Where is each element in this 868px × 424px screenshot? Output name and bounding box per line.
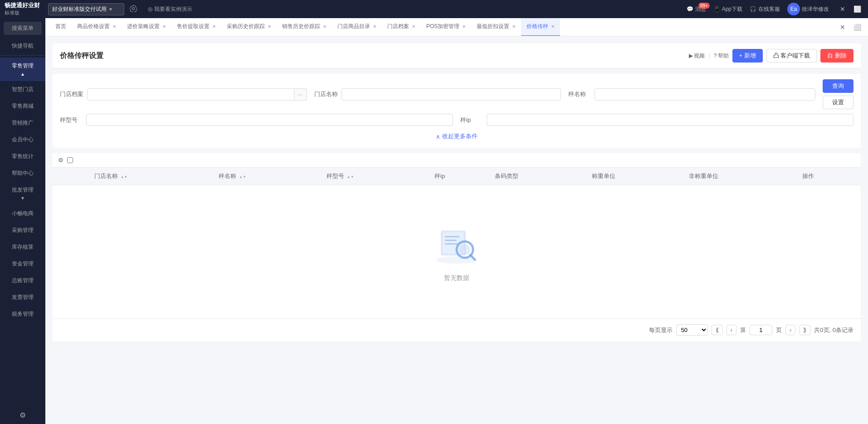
filter-scale-model: 秤型号 [60,114,453,126]
empty-icon [429,222,484,267]
sidebar-bottom: ⚙ [0,406,45,424]
tab-bar-expand-btn[interactable]: ⬜ [851,21,863,34]
tab-pos-management[interactable]: POS加密管理 ✕ [421,18,471,36]
scale-name-input[interactable] [595,88,815,101]
tab-commodity-price[interactable]: 商品价格设置 ✕ [72,18,122,36]
help-link[interactable]: ? 帮助 [714,52,729,60]
version-selector[interactable]: 好业财标准版交付试用 ▼ [48,3,124,15]
online-service-btn[interactable]: 🎧 在线客服 [750,5,780,13]
tab-store-archive[interactable]: 门店档案 ✕ [382,18,421,36]
next-page-btn[interactable]: › [785,325,795,335]
tab-purchase-history[interactable]: 采购历史价跟踪 ✕ [221,18,277,36]
th-scale-name[interactable]: 秤名称 ▲▼ [213,168,321,185]
th-non-weight-unit-label: 非称重单位 [689,173,718,179]
th-scale-name-label: 秤名称 [219,173,236,179]
tab-purchase-strategy[interactable]: 进价策略设置 ✕ [122,18,171,36]
last-page-btn[interactable]: ⟫ [799,325,810,335]
sidebar-item-help-center[interactable]: 帮助中心 [0,165,45,182]
user-area[interactable]: Ea 徐泽华修改 [787,3,829,15]
first-page-btn[interactable]: ⟪ [712,325,723,335]
tab-store-catalog-close[interactable]: ✕ [373,24,376,29]
prev-page-btn[interactable]: ‹ [727,325,736,335]
sidebar-item-wholesale[interactable]: 批发管理 ▼ [0,182,45,205]
tab-store-archive-close[interactable]: ✕ [412,24,415,29]
th-barcode-type-label: 条码类型 [495,173,518,179]
tab-home[interactable]: 首页 [50,18,72,36]
settings-gear-btn[interactable]: ⚙ [4,411,42,419]
sidebar-divider-1 [0,55,45,56]
tab-pos-management-close[interactable]: ✕ [462,24,466,29]
sort-arrows-scale-model: ▲▼ [347,175,354,179]
chevron-up-icon: ∧ [436,133,440,140]
tab-purchase-history-close[interactable]: ✕ [268,24,271,29]
main-area: 搜索菜单 快捷导航 零售管理 ▲ 智慧门店 零售商城 营销推广 会员中心 零售 [0,18,868,424]
th-store-name[interactable]: 门店名称 ▲▼ [89,168,213,185]
tab-selling-price[interactable]: 售价提取设置 ✕ [171,18,221,36]
sidebar-item-ecommerce[interactable]: 小畅电商 [0,205,45,222]
search-menu-btn[interactable]: 搜索菜单 [4,22,42,35]
collapse-filter-btn[interactable]: ∧ 收起更多条件 [60,130,853,142]
tab-min-discount-close[interactable]: ✕ [512,24,516,29]
sidebar-item-marketing[interactable]: 营销推广 [0,115,45,131]
store-archive-input-group: ··· [87,88,307,101]
add-btn[interactable]: + 新增 [732,49,763,63]
settings-filter-btn[interactable]: 设置 [823,96,853,109]
sidebar-item-purchase[interactable]: 采购管理 [0,222,45,239]
tab-sales-history-close[interactable]: ✕ [323,24,327,29]
th-scale-ip-label: 秤ip [434,173,445,179]
scale-ip-input[interactable] [487,114,853,126]
sidebar-item-smart-store[interactable]: 智慧门店 [0,81,45,98]
table-settings-icon[interactable]: ⚙ [58,157,63,164]
filter-store-archive: 门店档案 ··· [60,88,307,101]
sidebar-item-retail-mall[interactable]: 零售商城 [0,98,45,115]
video-link[interactable]: ▶ 视频 [689,52,705,60]
per-page-label: 每页显示 [649,326,673,334]
scale-model-label: 秤型号 [60,116,83,124]
sidebar-item-finance-label: 资金管理 [12,260,34,268]
quick-nav-btn[interactable]: 快捷导航 [0,39,45,53]
close-window-btn[interactable]: ✕ [836,3,849,15]
download-btn[interactable]: 凸 客户端下载 [766,49,817,63]
tab-selling-price-label: 售价提取设置 [177,23,210,30]
per-page-select[interactable]: 10 20 50 100 [676,324,708,336]
tab-price-scale-close[interactable]: ✕ [551,24,555,29]
data-table: 门店名称 ▲▼ 秤名称 ▲▼ 秤型号 ▲▼ [53,168,861,318]
th-scale-model[interactable]: 秤型号 ▲▼ [321,168,429,185]
query-btn[interactable]: 查询 [823,79,853,93]
settings-icon-btn[interactable] [130,5,137,14]
delete-btn[interactable]: 自 删除 [820,49,853,63]
tab-min-discount[interactable]: 最低折扣设置 ✕ [471,18,521,36]
sidebar-item-retail-stats[interactable]: 零售统计 [0,148,45,165]
th-scale-model-label: 秤型号 [327,173,344,179]
demo-btn[interactable]: ◎ 我要看实例演示 [148,5,192,13]
select-all-checkbox[interactable] [67,157,73,163]
tab-store-catalog[interactable]: 门店商品目录 ✕ [332,18,382,36]
sidebar-item-retail[interactable]: 零售管理 ▲ [0,58,45,81]
sidebar-item-member[interactable]: 会员中心 [0,131,45,148]
store-archive-picker-btn[interactable]: ··· [294,88,307,101]
table-header-bar: ⚙ [53,153,861,168]
app-download-btn[interactable]: 📱 App下载 [713,5,742,13]
sidebar-item-invoice[interactable]: 发票管理 [0,289,45,306]
tab-sales-history[interactable]: 销售历史价跟踪 ✕ [277,18,332,36]
tab-price-scale-label: 价格传秤 [527,23,548,30]
store-name-input[interactable] [341,88,561,101]
messages-btn[interactable]: 💬 消息 99+ [687,5,706,13]
sidebar-item-inventory[interactable]: 库存核算 [0,239,45,255]
tab-bar-close-btn[interactable]: ✕ [836,21,849,34]
sidebar-item-general-ledger[interactable]: 总账管理 [0,272,45,289]
tab-price-scale[interactable]: 价格传秤 ✕ [521,18,560,36]
page-number-input[interactable] [750,325,772,335]
th-barcode-type: 条码类型 [489,168,586,185]
scale-model-input[interactable] [86,114,453,126]
filter-area: 门店档案 ··· 门店名称 秤名称 [53,74,861,148]
play-icon: ▶ [689,53,693,59]
sidebar-item-finance[interactable]: 资金管理 [0,255,45,272]
maximize-window-btn[interactable]: ⬜ [851,3,863,15]
version-label: 好业财标准版交付试用 [52,5,107,13]
tab-purchase-strategy-close[interactable]: ✕ [162,24,166,29]
sidebar-item-tax[interactable]: 税务管理 [0,306,45,323]
tab-commodity-price-close[interactable]: ✕ [112,24,116,29]
store-archive-input[interactable] [87,88,294,101]
tab-selling-price-close[interactable]: ✕ [212,24,216,29]
